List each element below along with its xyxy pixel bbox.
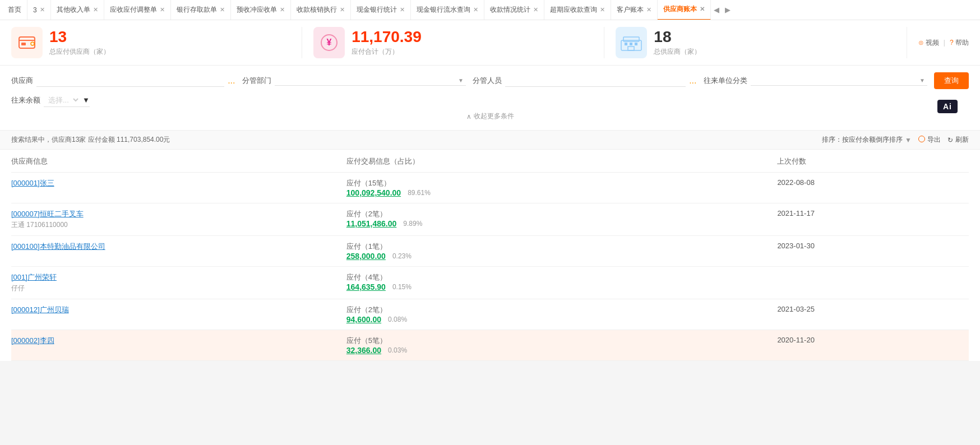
result-info: 搜索结果中，供应商13家 应付金额 111,703,854.00元 — [11, 135, 170, 145]
divider: | — [944, 39, 945, 47]
supplier-payable-icon — [11, 27, 43, 58]
payable-percent: 0.23% — [392, 252, 412, 260]
payable-amount[interactable]: 32,366.00 — [346, 346, 381, 355]
chevron-down-icon: ▼ — [458, 77, 464, 84]
close-icon[interactable]: ✕ — [40, 6, 45, 13]
payable-amount[interactable]: 164,635.90 — [346, 282, 386, 291]
nav-tab-home[interactable]: 首页 — [2, 0, 27, 20]
sort-label: 排序：按应付余额倒序排序 — [822, 135, 903, 145]
stat-block-payable-suppliers: 13 总应付供应商（家） — [11, 27, 302, 58]
nav-tab-other-income[interactable]: 其他收入单 ✕ — [51, 0, 104, 20]
collapse-button[interactable]: ∧ 收起更多条件 — [11, 112, 969, 121]
filter-row-1: 供应商 ... 分管部门 ▼ 分管人员 ... 往来单位分类 ▼ 查询 — [11, 72, 969, 89]
close-icon[interactable]: ✕ — [600, 6, 605, 13]
th-last-pay: 上次付数 — [777, 150, 969, 173]
nav-tab-prepay-offset[interactable]: 预收冲应收单 ✕ — [231, 0, 291, 20]
stat-text-total-suppliers: 18 总供应商（家） — [654, 29, 701, 57]
supplier-link[interactable]: [000001]张三 — [11, 179, 54, 187]
supplier-info-cell: [001]广州荣轩仔仔 — [11, 267, 346, 299]
svg-rect-1 — [21, 43, 26, 45]
nav-tab-ar-adjustment[interactable]: 应收应付调整单 ✕ — [104, 0, 171, 20]
category-filter-dropdown[interactable]: ▼ — [751, 76, 928, 86]
export-label: 导出 — [927, 135, 941, 145]
ai-badge[interactable]: Ai — [937, 100, 958, 113]
nav-tab-cash-stat[interactable]: 现金银行统计 ✕ — [351, 0, 411, 20]
close-icon[interactable]: ✕ — [533, 6, 538, 13]
close-icon[interactable]: ✕ — [340, 6, 345, 13]
refresh-label: 刷新 — [955, 135, 969, 145]
close-icon[interactable]: ✕ — [160, 6, 165, 13]
last-pay-cell — [777, 267, 969, 299]
chevron-down-icon: ▼ — [919, 77, 925, 84]
nav-tab-ar-adjustment-label: 应收应付调整单 — [110, 5, 157, 15]
supplier-filter-dots[interactable]: ... — [228, 76, 235, 85]
filter-dept: 分管部门 ▼ — [242, 76, 466, 86]
nav-tab-3[interactable]: 3 ✕ — [27, 0, 51, 20]
payable-total-label: 应付合计（万） — [352, 47, 422, 57]
supplier-link[interactable]: [000012]广州贝瑞 — [11, 305, 69, 314]
person-filter-input[interactable] — [505, 75, 686, 87]
refresh-button[interactable]: ↻ 刷新 — [947, 135, 969, 145]
payable-percent: 0.03% — [388, 346, 407, 354]
nav-next-arrow[interactable]: ▶ — [722, 0, 733, 20]
svg-text:¥: ¥ — [327, 38, 332, 47]
supplier-filter-input[interactable] — [36, 75, 224, 87]
supplier-link[interactable]: [000002]李四 — [11, 336, 54, 345]
svg-rect-9 — [635, 43, 637, 45]
payable-count: 应付（2笔） — [346, 305, 773, 315]
nav-tab-customer-ledger[interactable]: 客户账本 ✕ — [611, 0, 658, 20]
filter-category: 往来单位分类 ▼ — [704, 76, 928, 86]
payable-amount[interactable]: 11,051,486.00 — [346, 219, 397, 228]
stat-text-payable-suppliers: 13 总应付供应商（家） — [49, 29, 110, 57]
nav-tab-supplier-ledger[interactable]: 供应商账本 ✕ — [658, 0, 711, 20]
dept-filter-dropdown[interactable]: ▼ — [275, 76, 466, 86]
payable-amount[interactable]: 258,000.00 — [346, 252, 386, 261]
help-link[interactable]: ? 帮助 — [950, 38, 969, 48]
filter-person: 分管人员 ... — [473, 75, 697, 87]
close-icon[interactable]: ✕ — [646, 6, 651, 13]
sort-select[interactable]: 排序：按应付余额倒序排序 ▼ — [822, 135, 912, 145]
query-button[interactable]: 查询 — [934, 72, 969, 89]
filter-area: 供应商 ... 分管部门 ▼ 分管人员 ... 往来单位分类 ▼ 查询 往来 — [0, 66, 980, 131]
close-icon[interactable]: ✕ — [220, 6, 225, 13]
payable-percent: 89.61% — [408, 189, 431, 197]
nav-tab-bank-deposit[interactable]: 银行存取款单 ✕ — [171, 0, 231, 20]
last-pay-date: 2020-11-20 — [777, 336, 815, 344]
last-pay-cell: 2023-01-30 — [777, 236, 969, 267]
payable-info-cell: 应付（2笔）11,051,486.009.89% — [346, 203, 778, 236]
nav-tab-cash-stat-label: 现金银行统计 — [357, 5, 397, 15]
close-icon[interactable]: ✕ — [400, 6, 405, 13]
close-icon[interactable]: ✕ — [473, 6, 478, 13]
close-icon[interactable]: ✕ — [700, 6, 705, 13]
nav-tab-overdue-ar-label: 超期应收款查询 — [550, 5, 597, 15]
close-icon[interactable]: ✕ — [93, 6, 98, 13]
nav-tab-collection-stat[interactable]: 收款情况统计 ✕ — [484, 0, 544, 20]
last-pay-date: 2023-01-30 — [777, 242, 815, 250]
payable-count: 应付（1笔） — [346, 242, 773, 252]
close-icon[interactable]: ✕ — [280, 6, 285, 13]
result-actions: 排序：按应付余额倒序排序 ▼ 导出 ↻ 刷新 — [822, 135, 969, 145]
stat-block-total-suppliers: 18 总供应商（家） — [604, 27, 907, 58]
nav-tab-payment-exec-label: 收款核销执行 — [297, 5, 337, 15]
nav-prev-arrow[interactable]: ◀ — [711, 0, 722, 20]
nav-tab-overdue-ar[interactable]: 超期应收款查询 ✕ — [544, 0, 611, 20]
top-right-links: ⊙ 视频 | ? 帮助 — [907, 38, 969, 48]
payable-amount[interactable]: 100,092,540.00 — [346, 188, 401, 197]
person-filter-dots[interactable]: ... — [689, 76, 696, 85]
supplier-link[interactable]: [000007]恒旺二手叉车 — [11, 210, 84, 218]
balance-filter-select[interactable]: 选择... — [44, 94, 80, 106]
nav-tab-customer-ledger-label: 客户账本 — [617, 5, 644, 15]
nav-tab-cash-flow[interactable]: 现金银行流水查询 ✕ — [411, 0, 484, 20]
supplier-link[interactable]: [000100]本特勤油品有限公司 — [11, 242, 105, 251]
payable-amount[interactable]: 94,600.00 — [346, 315, 381, 324]
nav-tab-payment-exec[interactable]: 收款核销执行 ✕ — [291, 0, 351, 20]
export-button[interactable]: 导出 — [918, 135, 941, 145]
supplier-sub: 仔仔 — [11, 284, 342, 293]
last-pay-date: 2021-03-25 — [777, 305, 815, 313]
nav-tab-collection-stat-label: 收款情况统计 — [490, 5, 530, 15]
payable-percent: 0.15% — [392, 283, 412, 291]
svg-rect-0 — [19, 37, 35, 48]
supplier-filter-label: 供应商 — [11, 76, 33, 86]
supplier-link[interactable]: [001]广州荣轩 — [11, 273, 57, 281]
video-link[interactable]: ⊙ 视频 — [918, 38, 939, 48]
